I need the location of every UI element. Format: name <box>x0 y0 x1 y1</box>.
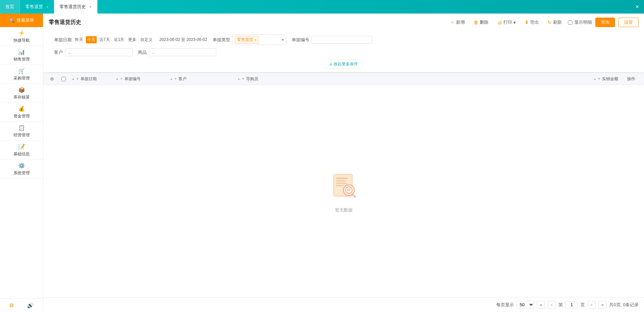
tab-home[interactable]: 首页 <box>0 0 20 14</box>
sales-icon: 📊 <box>18 49 25 55</box>
date-today[interactable]: 今天 <box>86 36 97 43</box>
sidebar-item-inventory[interactable]: 📦 库存核算 <box>0 84 43 103</box>
tab-retail-return-label: 零售退货 <box>25 4 43 10</box>
type-select-wrapper[interactable]: 零售退货 × ▾ <box>232 35 286 45</box>
date-7days[interactable]: 近7天 <box>98 36 111 43</box>
delete-label: 删除 <box>480 19 488 25</box>
sidebar: 🔍 搜索菜单 ⚡ 快捷导航 📊 销售管理 🛒 采购管理 📦 库存核算 💰 <box>0 14 43 312</box>
sidebar-settings-button[interactable]: ⚙ <box>9 302 14 309</box>
col-voucher-no[interactable]: ▲ ▼ 单据编号 <box>113 76 167 82</box>
svg-rect-3 <box>336 183 347 184</box>
customer-input[interactable] <box>65 48 133 56</box>
sidebar-item-quick-nav[interactable]: ⚡ 快捷导航 <box>0 27 43 46</box>
date-1month[interactable]: 近1月 <box>113 36 126 43</box>
select-all-checkbox[interactable] <box>62 77 66 81</box>
window-close-button[interactable]: × <box>630 0 644 14</box>
next-page-button[interactable]: › <box>588 301 596 309</box>
goods-input[interactable] <box>149 48 216 56</box>
collapse-button[interactable]: ∧ 收起更多条件 <box>324 60 364 69</box>
pagination-bar: 每页显示 10 20 50 100 « ‹ 第 1 页 › » 共0页, 0条记… <box>43 297 644 312</box>
col-customer-sort-up: ▲ <box>170 77 173 81</box>
col-guide-sort-up: ▲ <box>237 77 240 81</box>
print-icon: 🖨 <box>497 20 502 25</box>
query-button[interactable]: 查询 <box>595 18 615 27</box>
col-sort-down-icon: ▼ <box>76 77 79 81</box>
sidebar-item-system-mgmt[interactable]: ⚙️ 系统管理 <box>0 160 43 179</box>
first-page-button[interactable]: « <box>537 301 545 309</box>
per-page-label: 每页显示 <box>496 302 514 308</box>
goods-label: 商品 <box>138 49 147 55</box>
col-amount-label: 实销金额 <box>602 76 618 82</box>
col-amount[interactable]: ▲ ▼ 实销金额 <box>282 76 621 82</box>
delete-icon: 🗑 <box>474 20 478 25</box>
last-page-button[interactable]: » <box>598 301 606 309</box>
voucher-input[interactable] <box>311 36 372 44</box>
sidebar-item-basic-info-label: 基础信息 <box>14 151 30 157</box>
add-button[interactable]: ＋ 新增 <box>447 18 468 27</box>
col-customer-label: 客户 <box>178 76 187 82</box>
table-settings-button[interactable]: ⚙ <box>46 76 58 82</box>
sidebar-item-basic-info[interactable]: 📝 基础信息 <box>0 141 43 160</box>
col-customer[interactable]: ▲ ▼ 客户 <box>167 76 235 82</box>
col-amount-sort-down: ▼ <box>598 77 601 81</box>
tab-retail-return[interactable]: 零售退货 × <box>20 0 54 14</box>
col-date[interactable]: ▲ ▼ 单据日期 <box>69 76 113 82</box>
table-area: ⚙ ▲ ▼ 单据日期 ▲ ▼ 单据编号 ▲ ▼ 客户 <box>43 73 644 297</box>
tab-retail-return-close[interactable]: × <box>46 5 48 9</box>
col-guide[interactable]: ▲ ▼ 导购员 <box>235 76 282 82</box>
inventory-icon: 📦 <box>18 87 25 93</box>
type-tag-remove[interactable]: × <box>255 38 257 42</box>
svg-rect-2 <box>336 180 345 181</box>
sidebar-item-sales-mgmt[interactable]: 📊 销售管理 <box>0 46 43 65</box>
customer-label: 客户 <box>54 49 63 55</box>
page-actions: ＋ 新增 🗑 删除 🖨 打印 ▾ ⬆ 导出 <box>447 18 639 27</box>
operations-icon: 📋 <box>18 125 25 131</box>
page-title-row: 零售退货历史 ＋ 新增 🗑 删除 🖨 打印 ▾ <box>49 18 639 27</box>
prev-page-button[interactable]: ‹ <box>548 301 556 309</box>
page-number-input[interactable]: 1 <box>566 301 578 308</box>
tab-retail-return-history[interactable]: 零售退货历史 × <box>54 0 97 14</box>
page-header: 零售退货历史 ＋ 新增 🗑 删除 🖨 打印 ▾ <box>43 14 644 73</box>
refresh-button[interactable]: ↻ 刷新 <box>545 18 565 27</box>
voucher-label: 单据编号 <box>292 37 309 43</box>
delete-button[interactable]: 🗑 删除 <box>471 18 491 27</box>
sidebar-item-operations[interactable]: 📋 经营管理 <box>0 122 43 141</box>
table-select-all[interactable] <box>58 77 69 81</box>
date-filter: 单据日期 昨天 今天 近7天 近1月 更多 自定义 <box>54 36 154 43</box>
date-label: 单据日期 <box>54 37 72 43</box>
settings-button[interactable]: 设置 <box>618 18 639 27</box>
show-details-area: 显示明细 <box>568 19 592 25</box>
goods-filter: 商品 <box>138 48 216 56</box>
empty-state: 暂无数据 <box>43 85 644 297</box>
sidebar-search[interactable]: 🔍 搜索菜单 <box>0 14 43 27</box>
refresh-icon: ↻ <box>548 20 552 25</box>
filter-area: 单据日期 昨天 今天 近7天 近1月 更多 自定义 2023-06-02 至 2… <box>49 31 639 72</box>
empty-illustration <box>327 169 361 203</box>
date-more[interactable]: 更多 <box>127 36 138 43</box>
show-details-checkbox[interactable] <box>568 20 572 25</box>
export-button[interactable]: ⬆ 导出 <box>522 18 542 27</box>
customer-filter: 客户 <box>54 48 133 56</box>
col-amount-sort-up: ▲ <box>593 77 596 81</box>
type-dropdown-icon[interactable]: ▾ <box>282 37 284 42</box>
top-bar: 首页 零售退货 × 零售退货历史 × × <box>0 0 644 14</box>
sidebar-item-purchase-mgmt[interactable]: 🛒 采购管理 <box>0 65 43 84</box>
type-tag-label: 零售退货 <box>237 37 253 43</box>
svg-line-7 <box>352 194 355 197</box>
col-voucher-label: 单据编号 <box>124 76 141 82</box>
tab-home-label: 首页 <box>5 4 14 10</box>
total-info: 共0页, 0条记录 <box>609 302 639 308</box>
print-button[interactable]: 🖨 打印 ▾ <box>495 18 519 27</box>
tab-retail-return-history-close[interactable]: × <box>89 5 91 9</box>
sidebar-audio-button[interactable]: 🔊 <box>27 302 34 309</box>
sidebar-item-inventory-label: 库存核算 <box>14 94 30 100</box>
export-icon: ⬆ <box>525 20 529 25</box>
per-page-select[interactable]: 10 20 50 100 <box>517 301 534 309</box>
date-custom[interactable]: 自定义 <box>139 36 154 43</box>
date-yesterday[interactable]: 昨天 <box>74 36 85 43</box>
sidebar-item-quick-nav-label: 快捷导航 <box>14 38 30 43</box>
sidebar-item-finance[interactable]: 💰 资金管理 <box>0 103 43 122</box>
page-title: 零售退货历史 <box>49 19 81 26</box>
type-filter: 单据类型 零售退货 × ▾ <box>213 35 286 45</box>
basic-info-icon: 📝 <box>18 143 25 150</box>
